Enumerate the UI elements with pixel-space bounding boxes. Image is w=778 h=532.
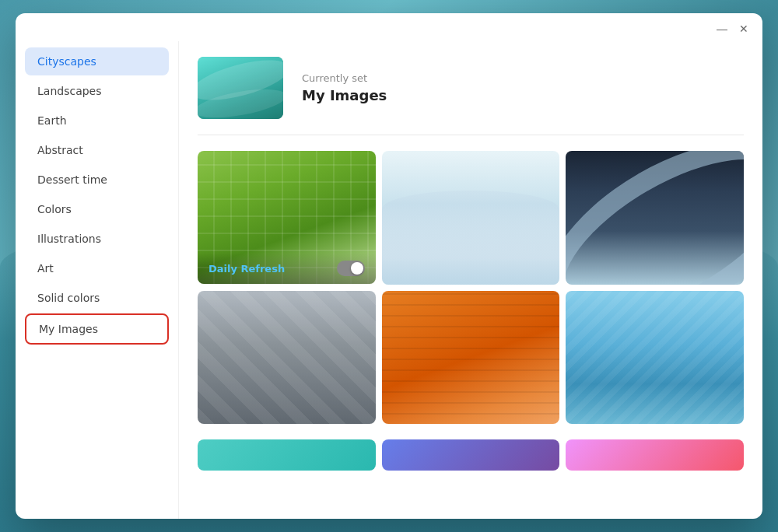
currently-set-label: Currently set [302, 72, 387, 84]
partial-item-1[interactable] [198, 439, 376, 471]
close-button[interactable]: ✕ [738, 23, 750, 35]
current-set-header: Currently set My Images [198, 57, 744, 135]
grid-item-blue-glass[interactable] [566, 291, 744, 425]
partial-item-2[interactable] [382, 439, 560, 471]
grid-item-striped-wall[interactable] [198, 291, 376, 424]
window-controls: — ✕ [716, 23, 750, 35]
main-panel: Currently set My Images Daily Refresh [179, 41, 762, 519]
partial-bottom-row [198, 439, 744, 471]
sidebar-item-colors[interactable]: Colors [25, 195, 169, 223]
current-info: Currently set My Images [302, 72, 387, 103]
partial-item-3[interactable] [566, 439, 744, 471]
daily-refresh-overlay: Daily Refresh [198, 253, 376, 284]
sidebar-item-art[interactable]: Art [25, 254, 169, 282]
current-collection-name: My Images [302, 87, 387, 103]
striped-wall-image [198, 291, 376, 424]
dome-image [566, 151, 744, 285]
grid-item-orange-building[interactable] [382, 291, 560, 425]
grid-item-green-building[interactable]: Daily Refresh [198, 151, 376, 284]
content-area: Cityscapes Landscapes Earth Abstract Des… [16, 41, 762, 519]
wavy-building-image [382, 151, 560, 285]
sidebar-item-abstract[interactable]: Abstract [25, 136, 169, 164]
title-bar: — ✕ [16, 13, 762, 41]
current-thumbnail [198, 57, 283, 119]
sidebar-item-solid-colors[interactable]: Solid colors [25, 284, 169, 312]
sidebar-item-earth[interactable]: Earth [25, 107, 169, 135]
thumbnail-image [198, 57, 283, 119]
sidebar-item-cityscapes[interactable]: Cityscapes [25, 47, 169, 75]
sidebar-item-my-images[interactable]: My Images [25, 313, 169, 345]
orange-building-image [382, 291, 560, 425]
daily-refresh-label: Daily Refresh [209, 263, 285, 275]
app-window: — ✕ Cityscapes Landscapes Earth Abstract… [16, 13, 762, 519]
sidebar: Cityscapes Landscapes Earth Abstract Des… [16, 41, 179, 519]
sidebar-item-landscapes[interactable]: Landscapes [25, 77, 169, 105]
image-grid: Daily Refresh [198, 151, 744, 424]
daily-refresh-toggle[interactable] [337, 261, 365, 276]
blue-glass-image [566, 291, 744, 425]
grid-item-dome[interactable] [566, 151, 744, 285]
sidebar-item-illustrations[interactable]: Illustrations [25, 225, 169, 253]
minimize-button[interactable]: — [716, 23, 728, 35]
grid-item-wavy-building[interactable] [382, 151, 560, 285]
sidebar-item-dessert-time[interactable]: Dessert time [25, 166, 169, 194]
